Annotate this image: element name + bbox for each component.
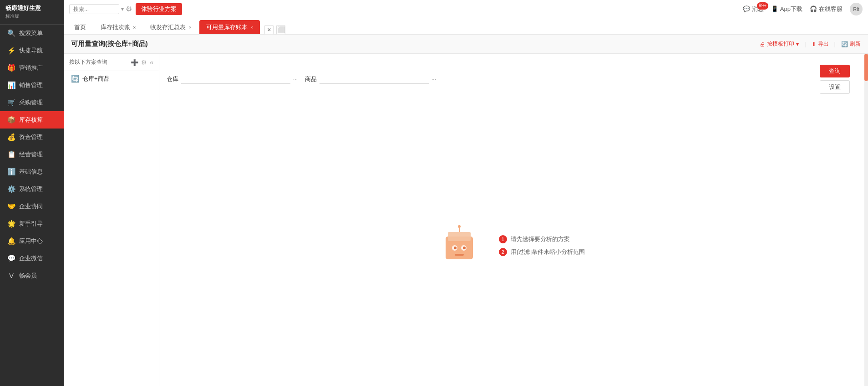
left-panel-item[interactable]: 🔄仓库+商品 [64, 71, 159, 87]
app-download-button[interactable]: 📱 App下载 [771, 5, 802, 13]
warehouse-input[interactable] [181, 75, 290, 84]
product-more-button[interactable]: ··· [431, 76, 436, 82]
tab-label-batch-ledger: 库存批次账 [101, 23, 130, 31]
sidebar-scroll: 🔍搜索菜单⚡快捷导航🎁营销推广📊销售管理🛒采购管理📦库存核算💰资金管理📋经营管理… [0, 25, 64, 386]
tab-close-batch-ledger[interactable]: × [133, 25, 136, 30]
settings-scheme-button[interactable]: ⚙ [141, 59, 147, 66]
empty-state: 1 请先选择要分析的方案 2 用[过滤]条件来缩小分析范围 [159, 105, 864, 386]
empty-illustration [439, 223, 484, 268]
online-service-label: 在线客服 [819, 5, 843, 13]
export-button[interactable]: ⬆ 导出 [812, 40, 829, 48]
sidebar-label-wechat: 企业微信 [19, 254, 43, 262]
message-icon: 💬 [743, 5, 750, 12]
sidebar-icon-inventory: 📦 [7, 116, 15, 124]
empty-tip-1: 1 请先选择要分析的方案 [499, 235, 585, 243]
sidebar-item-operation[interactable]: 📋经营管理 [0, 146, 64, 163]
avatar[interactable]: Rit [850, 3, 863, 15]
empty-svg [439, 223, 484, 268]
sidebar-item-inventory[interactable]: 📦库存核算 [0, 111, 64, 129]
warehouse-label: 仓库 [167, 75, 178, 83]
warehouse-more-button[interactable]: ··· [293, 76, 298, 82]
tab-close-receipt-summary[interactable]: × [188, 25, 191, 30]
sidebar-item-marketing[interactable]: 🎁营销推广 [0, 59, 64, 77]
refresh-button[interactable]: 🔄 刷新 [841, 40, 861, 48]
svg-point-8 [458, 225, 461, 228]
sidebar-item-cooperation[interactable]: 🤝企业协同 [0, 198, 64, 215]
export-icon: ⬆ [812, 41, 816, 47]
content-area: 按以下方案查询 ➕ ⚙ « 🔄仓库+商品 仓库 ··· 商品 [64, 54, 868, 386]
action-buttons: 查询 设置 [812, 59, 857, 99]
close-window-button[interactable]: × [264, 25, 274, 34]
sidebar-item-finance[interactable]: 💰资金管理 [0, 129, 64, 146]
right-scrollbar[interactable] [864, 54, 868, 386]
svg-point-4 [454, 247, 457, 249]
gear-icon[interactable]: ⚙ [126, 5, 132, 13]
sidebar-item-apps[interactable]: 🔔应用中心 [0, 232, 64, 250]
app-download-label: App下载 [780, 5, 802, 13]
trial-button[interactable]: 体验行业方案 [136, 3, 182, 15]
topbar: ▾ ⚙ 体验行业方案 💬 消息 99+ 📱 App下载 🎧 在线客服 Rit [64, 0, 868, 18]
sidebar-brand: 畅康通好生意 [5, 5, 58, 12]
tab-label-available-ledger: 可用量库存账本 [206, 23, 248, 31]
add-scheme-button[interactable]: ➕ [131, 59, 138, 66]
sidebar-icon-newbie: 🌟 [7, 220, 15, 228]
sidebar-label-newbie: 新手引导 [19, 220, 43, 228]
sidebar-icon-system: ⚙️ [7, 185, 15, 193]
tab-receipt-summary[interactable]: 收发存汇总表× [143, 20, 198, 34]
settings-button[interactable]: 设置 [820, 80, 850, 94]
main-area: ▾ ⚙ 体验行业方案 💬 消息 99+ 📱 App下载 🎧 在线客服 Rit [64, 0, 868, 386]
online-service-button[interactable]: 🎧 在线客服 [810, 5, 843, 13]
print-button[interactable]: 🖨 按模板打印 ▾ [760, 40, 799, 48]
sidebar-item-system[interactable]: ⚙️系统管理 [0, 180, 64, 198]
sidebar-item-newbie[interactable]: 🌟新手引导 [0, 215, 64, 232]
sidebar-item-wechat[interactable]: 💬企业微信 [0, 250, 64, 267]
page-header-actions: 🖨 按模板打印 ▾ | ⬆ 导出 | 🔄 刷新 [760, 40, 861, 48]
sidebar-label-inventory: 库存核算 [19, 116, 43, 124]
sidebar-item-purchase[interactable]: 🛒采购管理 [0, 94, 64, 111]
print-label: 按模板打印 [767, 40, 794, 48]
sidebar-item-shortcut[interactable]: ⚡快捷导航 [0, 42, 64, 59]
separator-2: | [834, 41, 836, 47]
sidebar-item-basic[interactable]: ℹ️基础信息 [0, 163, 64, 180]
tip-text-2: 用[过滤]条件来缩小分析范围 [511, 248, 585, 256]
sidebar-item-sales[interactable]: 📊销售管理 [0, 77, 64, 94]
page-header: 可用量查询(按仓库+商品) 🖨 按模板打印 ▾ | ⬆ 导出 | 🔄 刷新 [64, 35, 868, 54]
sidebar-header: 畅康通好生意 标准版 [0, 0, 64, 25]
sidebar-icon-purchase: 🛒 [7, 98, 15, 107]
tab-batch-ledger[interactable]: 库存批次账× [94, 20, 142, 34]
collapse-panel-button[interactable]: « [150, 59, 153, 66]
filter-row: 仓库 ··· 商品 ··· 查询 设置 [159, 54, 864, 105]
sidebar-label-member: 畅会员 [19, 272, 37, 280]
tabs-bar: 首页库存批次账×收发存汇总表×可用量库存账本× × ⬜ [64, 18, 868, 35]
dropdown-arrow-icon[interactable]: ▾ [121, 6, 124, 12]
tab-home[interactable]: 首页 [67, 20, 93, 34]
messages-button[interactable]: 💬 消息 99+ [743, 5, 764, 13]
tab-label-home: 首页 [74, 23, 86, 31]
product-label: 商品 [305, 75, 317, 83]
tab-available-ledger[interactable]: 可用量库存账本× [199, 20, 260, 34]
sidebar-icon-apps: 🔔 [7, 237, 15, 245]
sidebar-item-search[interactable]: 🔍搜索菜单 [0, 25, 64, 42]
search-input[interactable] [69, 4, 119, 14]
sidebar-icon-member: V [7, 272, 15, 279]
query-button[interactable]: 查询 [820, 65, 850, 77]
sidebar-label-shortcut: 快捷导航 [19, 46, 43, 55]
scheme-icon: 🔄 [71, 75, 80, 83]
print-arrow-icon[interactable]: ▾ [796, 41, 799, 47]
refresh-label: 刷新 [850, 40, 861, 48]
sidebar-icon-wechat: 💬 [7, 254, 15, 262]
sidebar-icon-finance: 💰 [7, 133, 15, 141]
page-title: 可用量查询(按仓库+商品) [71, 40, 148, 48]
refresh-icon: 🔄 [841, 41, 848, 47]
expand-window-button[interactable]: ⬜ [276, 25, 285, 34]
product-input[interactable] [320, 75, 429, 84]
tab-close-available-ledger[interactable]: × [250, 25, 253, 30]
topbar-search: ▾ ⚙ [69, 4, 132, 14]
sidebar-item-member[interactable]: V畅会员 [0, 267, 64, 284]
warehouse-filter-group: 仓库 ··· [167, 75, 298, 84]
sidebar-icon-marketing: 🎁 [7, 64, 15, 72]
sidebar-icon-cooperation: 🤝 [7, 202, 15, 211]
left-panel-title: 按以下方案查询 [69, 58, 107, 66]
sidebar-icon-search: 🔍 [7, 29, 15, 37]
sidebar-label-system: 系统管理 [19, 185, 43, 193]
